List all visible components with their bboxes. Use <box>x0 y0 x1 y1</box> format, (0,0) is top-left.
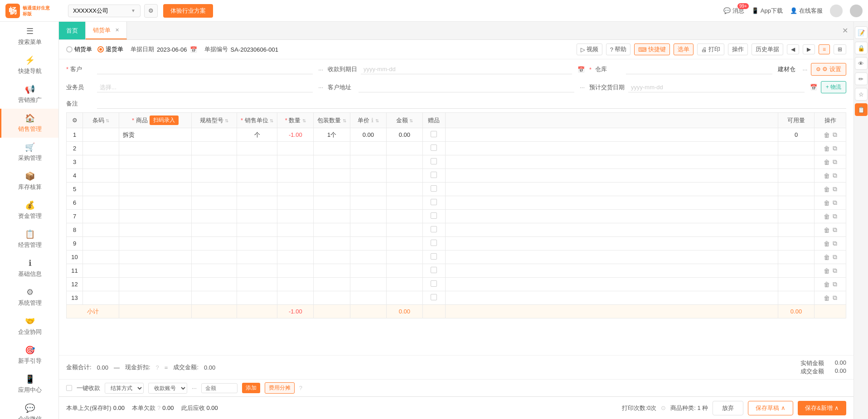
gift-checkbox[interactable] <box>431 240 437 246</box>
delete-row-icon[interactable]: 🗑 <box>824 267 830 275</box>
warehouse-more-icon[interactable]: ··· <box>803 66 808 73</box>
salesperson-input[interactable] <box>97 82 313 92</box>
company-selector[interactable]: XXXXXX公司 ▼ <box>68 5 141 17</box>
rp-lock-btn[interactable]: 🔒 <box>855 42 868 54</box>
row-pkg-qty[interactable] <box>314 196 350 210</box>
tab-home[interactable]: 首页 <box>59 22 86 39</box>
row-barcode[interactable] <box>83 196 119 210</box>
row-gift[interactable] <box>422 169 445 183</box>
row-qty[interactable] <box>277 210 314 223</box>
delete-row-icon[interactable]: 🗑 <box>824 131 830 139</box>
row-barcode[interactable] <box>83 237 119 250</box>
row-goods[interactable] <box>119 183 192 196</box>
row-barcode[interactable] <box>83 142 119 155</box>
row-gift[interactable] <box>422 264 445 278</box>
row-spec[interactable] <box>192 128 237 142</box>
radio-return-order[interactable]: 退货单 <box>97 45 123 53</box>
row-goods[interactable] <box>119 250 192 264</box>
row-goods[interactable] <box>119 196 192 210</box>
warehouse-input[interactable] <box>626 64 772 74</box>
company-settings-button[interactable]: ⚙ <box>144 4 158 18</box>
sidebar-item-search[interactable]: ☰ 搜索菜单 <box>0 22 58 51</box>
row-amount[interactable] <box>386 155 422 169</box>
help-btn[interactable]: ? 帮助 <box>606 43 630 55</box>
delete-row-icon[interactable]: 🗑 <box>824 226 830 234</box>
close-window-icon[interactable]: ✕ <box>842 26 848 35</box>
expected-calendar-icon[interactable]: 📅 <box>810 84 817 91</box>
row-amount[interactable] <box>386 196 422 210</box>
collection-date-input[interactable] <box>361 64 572 74</box>
row-spec[interactable] <box>192 278 237 291</box>
row-gift[interactable] <box>422 128 445 142</box>
copy-row-icon[interactable]: ⧉ <box>833 172 837 179</box>
row-qty[interactable]: -1.00 <box>277 128 314 142</box>
select-order-btn[interactable]: 选单 <box>674 43 693 55</box>
row-goods[interactable] <box>119 264 192 278</box>
delete-row-icon[interactable]: 🗑 <box>824 254 830 261</box>
row-amount[interactable] <box>386 250 422 264</box>
row-price[interactable] <box>350 183 386 196</box>
row-amount[interactable] <box>386 169 422 183</box>
list-view-btn[interactable]: ≡ <box>819 44 830 54</box>
copy-row-icon[interactable]: ⧉ <box>833 294 837 302</box>
sidebar-item-marketing[interactable]: 📢 营销推广 <box>0 80 58 109</box>
gift-checkbox[interactable] <box>431 294 437 300</box>
current-owe-help-icon[interactable]: ? <box>157 405 160 411</box>
row-spec[interactable] <box>192 237 237 250</box>
copy-row-icon[interactable]: ⧉ <box>833 144 837 152</box>
copy-row-icon[interactable]: ⧉ <box>833 226 837 234</box>
row-barcode[interactable] <box>83 210 119 223</box>
row-price[interactable] <box>350 155 386 169</box>
gift-checkbox[interactable] <box>431 131 437 137</box>
row-spec[interactable] <box>192 291 237 305</box>
row-amount[interactable] <box>386 237 422 250</box>
shortcut-btn[interactable]: ⌨ 快捷键 <box>634 43 670 55</box>
th-settings[interactable]: ⚙ <box>67 113 83 128</box>
row-price[interactable] <box>350 196 386 210</box>
delete-row-icon[interactable]: 🗑 <box>824 159 830 166</box>
row-amount[interactable] <box>386 183 422 196</box>
price-info-icon[interactable]: ℹ <box>371 117 373 124</box>
one-click-checkbox[interactable] <box>66 385 72 391</box>
row-spec[interactable] <box>192 142 237 155</box>
copy-row-icon[interactable]: ⧉ <box>833 253 837 261</box>
row-gift[interactable] <box>422 183 445 196</box>
customer-more-icon[interactable]: ··· <box>318 66 323 73</box>
row-goods[interactable] <box>119 142 192 155</box>
customer-input[interactable] <box>97 64 313 74</box>
row-qty[interactable] <box>277 291 314 305</box>
sidebar-item-operations[interactable]: 📋 经营管理 <box>0 225 58 254</box>
row-amount[interactable] <box>386 142 422 155</box>
row-price[interactable] <box>350 264 386 278</box>
row-unit[interactable] <box>237 210 277 223</box>
goods-type-icon[interactable]: ⊙ <box>661 405 666 411</box>
gift-checkbox[interactable] <box>431 253 437 260</box>
rp-eye-btn[interactable]: 👁 <box>855 57 868 70</box>
scan-button[interactable]: 扫码录入 <box>150 116 179 125</box>
row-goods[interactable] <box>119 155 192 169</box>
row-pkg-qty[interactable] <box>314 169 350 183</box>
online-support-button[interactable]: 👤 在线客服 <box>790 7 823 15</box>
account-select[interactable]: 收款账号 <box>148 383 187 394</box>
row-barcode[interactable] <box>83 291 119 305</box>
delete-row-icon[interactable]: 🗑 <box>824 145 830 152</box>
radio-sales-order[interactable]: 销货单 <box>66 45 92 53</box>
payment-help-icon[interactable]: ? <box>299 385 302 391</box>
gift-checkbox[interactable] <box>431 172 437 178</box>
delete-row-icon[interactable]: 🗑 <box>824 172 830 179</box>
address-more-icon[interactable]: ··· <box>580 84 585 91</box>
collection-calendar-icon[interactable]: 📅 <box>577 66 585 73</box>
row-unit[interactable] <box>237 278 277 291</box>
tab-sales-order[interactable]: 销货单 ✕ <box>86 22 127 39</box>
row-amount[interactable] <box>386 210 422 223</box>
row-amount[interactable] <box>386 223 422 237</box>
row-pkg-qty[interactable] <box>314 155 350 169</box>
delete-row-icon[interactable]: 🗑 <box>824 294 830 302</box>
tab-close-icon[interactable]: ✕ <box>115 27 119 33</box>
trial-button[interactable]: 体验行业方案 <box>163 4 213 18</box>
row-qty[interactable] <box>277 223 314 237</box>
row-spec[interactable] <box>192 196 237 210</box>
row-qty[interactable] <box>277 278 314 291</box>
row-unit[interactable] <box>237 250 277 264</box>
app-download-button[interactable]: 📱 App下载 <box>752 7 783 15</box>
